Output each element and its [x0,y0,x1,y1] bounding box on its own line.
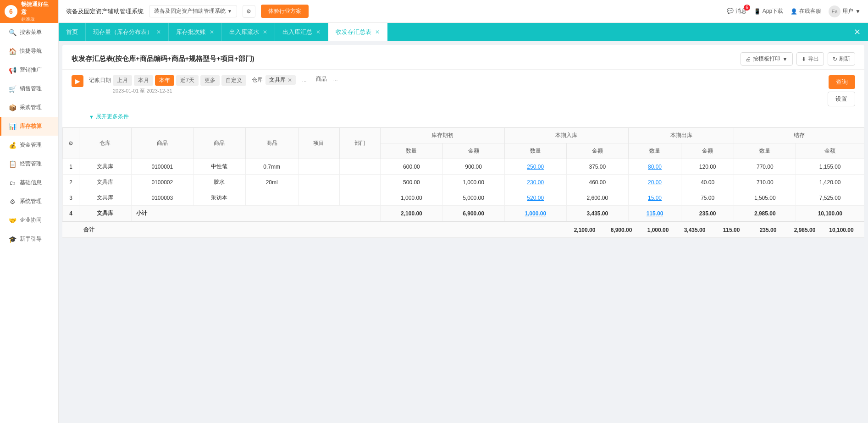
row-out-amt: 120.00 [681,159,734,175]
experience-button[interactable]: 体验行业方案 [261,5,309,18]
chevron-down-icon: ▼ [227,9,232,14]
date-this-month-btn[interactable]: 本月 [134,75,153,86]
sidebar-item-collab[interactable]: 🤝 企业协同 [0,211,58,230]
tab-recv-send-summary[interactable]: 收发存汇总表 ✕ [328,23,387,41]
row-open-qty: 500.00 [381,175,442,190]
sidebar-item-purchase[interactable]: 📦 采购管理 [0,98,58,117]
date-filter-label: 记账日期 [89,77,111,84]
sidebar-item-finance[interactable]: 💰 资金管理 [0,136,58,154]
row-bal-amt: 1,420.00 [796,175,864,190]
main-content: 装备及固定资产辅助管理系统 装备及固定资产辅助管理系统 ▼ ⚙ 体验行业方案 💬… [59,0,868,423]
warehouse-label: 仓库 [252,76,263,84]
close-all-tabs-button[interactable]: ✕ [846,27,868,37]
sidebar-item-quick-nav[interactable]: 🏠 快捷导航 [0,42,58,60]
row-project [298,190,339,206]
export-label: 导出 [808,55,819,63]
row-in-qty[interactable]: 520.00 [504,190,566,206]
row-in-qty[interactable]: 230.00 [504,175,566,190]
refresh-label: 刷新 [839,55,850,63]
system-selector[interactable]: 装备及固定资产辅助管理系统 ▼ [149,5,237,17]
total-bal-amt: 10,100.00 [823,227,860,233]
expand-icon: ▼ [89,114,94,120]
col-dept-header: 部门 [339,128,381,159]
row-in-qty[interactable]: 250.00 [504,159,566,175]
refresh-button[interactable]: ↻ 刷新 [828,52,855,66]
row-name: 采访本 [193,190,245,206]
tab-close-icon[interactable]: ✕ [210,29,214,35]
home-icon: 🏠 [9,48,16,55]
topbar-left: 装备及固定资产辅助管理系统 装备及固定资产辅助管理系统 ▼ ⚙ 体验行业方案 [66,5,309,18]
topbar-system-title: 装备及固定资产辅助管理系统 [66,7,144,16]
col-open-qty-header: 数量 [381,143,442,159]
row-bal-qty: 770.00 [734,159,796,175]
date-filter-group: 记账日期 上月 本月 本年 近7天 更多 自定义 2023-01-01 至 20… [89,75,246,94]
total-label: 合计 [83,226,138,234]
product-filter: 商品 ... [316,75,342,83]
tab-close-icon[interactable]: ✕ [316,29,321,35]
total-open-amt: 6,900.00 [603,227,640,233]
date-custom-btn[interactable]: 自定义 [221,75,246,86]
sidebar-item-inventory[interactable]: 📊 库存核算 [0,117,58,136]
date-more-btn[interactable]: 更多 [200,75,220,86]
date-this-year-btn[interactable]: 本年 [155,75,174,86]
subtotal-open-qty: 2,100.00 [381,206,442,221]
filter-toggle-button[interactable]: ▶ [72,75,83,87]
tab-batch[interactable]: 库存批次账 ✕ [169,23,222,41]
tab-home[interactable]: 首页 [59,23,86,41]
query-button[interactable]: 查询 [829,75,855,89]
col-out-qty-header: 数量 [628,143,681,159]
notification-button[interactable]: 💬 消息 6 [727,7,746,15]
sidebar-item-sales[interactable]: 🛒 销售管理 [0,79,58,98]
sidebar-item-base-info[interactable]: 🗂 基础信息 [0,173,58,192]
total-open-qty: 2,100.00 [566,227,603,233]
settings-button[interactable]: ⚙ [243,5,255,18]
sidebar-item-search[interactable]: 🔍 搜索菜单 [0,23,58,42]
row-warehouse: 文具库 [79,159,132,175]
col-out-amt-header: 金额 [681,143,734,159]
sidebar-item-system[interactable]: ⚙ 系统管理 [0,192,58,211]
logo-sub: 标准版 [21,16,54,22]
row-name: 胶水 [193,175,245,190]
row-out-qty[interactable]: 15.00 [628,190,681,206]
sidebar-item-marketing[interactable]: 📢 营销推广 [0,60,58,79]
sidebar-logo: 6 畅捷通好生意 标准版 [0,0,58,23]
row-open-amt: 1,000.00 [442,175,504,190]
service-label: 在线客服 [799,7,821,15]
app-download-button[interactable]: 📱 App下载 [754,7,783,15]
product-label: 商品 [316,75,327,83]
collab-icon: 🤝 [9,217,16,224]
export-button[interactable]: ⬇ 导出 [796,52,824,66]
col-opening-header: 库存期初 [381,128,504,143]
user-menu[interactable]: Ea 用户 ▼ [829,5,861,17]
sidebar-item-operations[interactable]: 📋 经营管理 [0,154,58,173]
row-no: 2 [63,175,79,190]
warehouse-more-button[interactable]: ... [299,77,310,83]
tab-inout-flow[interactable]: 出入库流水 ✕ [222,23,275,41]
expand-more-button[interactable]: 展开更多条件 [96,110,129,123]
app-download-icon: 📱 [754,8,761,15]
online-service-button[interactable]: 👤 在线客服 [791,7,821,15]
col-settings-header[interactable]: ⚙ [63,128,79,159]
row-out-qty[interactable]: 80.00 [628,159,681,175]
sales-icon: 🛒 [9,85,16,93]
warehouse-tag-close-button[interactable]: ✕ [287,77,292,83]
sidebar-item-guide[interactable]: 🎓 新手引导 [0,230,58,248]
print-button[interactable]: 🖨 按模板打印 ▼ [741,52,793,66]
user-label: 用户 [842,7,853,15]
product-more-button[interactable]: ... [330,76,342,82]
row-no: 1 [63,159,79,175]
tab-close-icon[interactable]: ✕ [156,29,161,35]
tab-inventory-dist[interactable]: 现存量（库存分布表） ✕ [86,23,169,41]
date-last-month-btn[interactable]: 上月 [113,75,132,86]
row-project [298,175,339,190]
tab-close-icon[interactable]: ✕ [375,29,380,35]
row-out-qty[interactable]: 20.00 [628,175,681,190]
tab-inout-summary[interactable]: 出入库汇总 ✕ [275,23,328,41]
tab-recv-send-label: 收发存汇总表 [336,28,371,36]
user-chevron-icon: ▼ [855,8,861,15]
row-dept [339,175,381,190]
setting-button[interactable]: 设置 [828,92,855,106]
date-7days-btn[interactable]: 近7天 [176,75,199,86]
subtotal-in-qty: 1,000.00 [504,206,566,221]
tab-close-icon[interactable]: ✕ [263,29,267,35]
